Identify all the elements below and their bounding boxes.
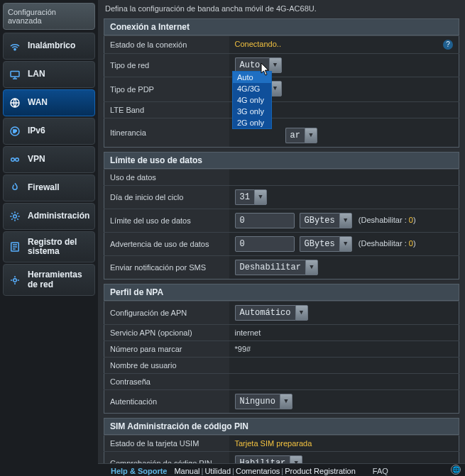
pdp-label: Tipo de PDP bbox=[104, 77, 229, 102]
gear-icon bbox=[8, 209, 22, 223]
sidebar-item-label: WAN bbox=[28, 98, 90, 107]
roaming-select-b[interactable]: ar ▼ bbox=[285, 128, 317, 143]
sidebar-item-label: Firewall bbox=[28, 183, 90, 192]
chevron-down-icon: ▼ bbox=[295, 305, 308, 321]
chevron-down-icon: ▼ bbox=[339, 213, 352, 228]
page-description: Defina la configuración de banda ancha m… bbox=[104, 0, 459, 18]
sms-select[interactable]: Deshabilitar ▼ bbox=[235, 260, 318, 275]
lan-icon bbox=[8, 67, 22, 82]
lte-label: LTE Band bbox=[104, 102, 229, 118]
pass-label: Contraseña bbox=[104, 374, 229, 390]
limit-hint: (Deshabilitar : 0) bbox=[359, 216, 416, 224]
svg-text:IP: IP bbox=[13, 129, 17, 133]
help-link[interactable]: Help & Soporte bbox=[111, 467, 167, 475]
connection-status: Conectando.. bbox=[235, 40, 281, 48]
sidebar-item-firewall[interactable]: Firewall bbox=[3, 175, 95, 201]
section-header-npa: Perfil de NPA bbox=[104, 284, 459, 301]
auth-label: Autenticación bbox=[104, 390, 229, 414]
status-label: Estado de la conexión bbox=[104, 36, 229, 54]
warn-hint: (Deshabilitar : 0) bbox=[359, 239, 416, 248]
sidebar-item-wireless[interactable]: Inalámbrico bbox=[3, 33, 95, 60]
footer-link[interactable]: Product Registration bbox=[285, 467, 356, 475]
sidebar-item-label: Registro del sistema bbox=[28, 238, 90, 256]
wireless-icon bbox=[8, 39, 22, 53]
sidebar-item-lan[interactable]: LAN bbox=[3, 61, 95, 88]
roaming-label: Itinerancia bbox=[104, 118, 229, 148]
nettype-option[interactable]: 2G only bbox=[233, 117, 271, 128]
chevron-down-icon: ▼ bbox=[305, 260, 318, 275]
footer-links: Manual|Utilidad|Comentarios|Product Regi… bbox=[174, 467, 355, 475]
svg-point-5 bbox=[11, 158, 15, 162]
sidebar-item-syslog[interactable]: Registro del sistema bbox=[3, 231, 95, 262]
sidebar-item-ipv6[interactable]: IP IPv6 bbox=[3, 118, 95, 145]
main-content: Defina la configuración de banda ancha m… bbox=[98, 0, 465, 476]
warn-label: Advertencia de uso de datos bbox=[104, 233, 229, 256]
sidebar-item-label: Inalámbrico bbox=[28, 41, 90, 50]
user-label: Nombre de usuario bbox=[104, 358, 229, 374]
warn-input[interactable] bbox=[235, 236, 295, 252]
section-header-internet: Conexión a Internet bbox=[104, 18, 459, 35]
apnsvc-label: Servicio APN (opcional) bbox=[104, 325, 229, 341]
faq-link[interactable]: FAQ bbox=[373, 467, 388, 475]
sidebar-item-label: VPN bbox=[28, 155, 90, 164]
tools-icon bbox=[8, 273, 22, 287]
info-icon[interactable]: ? bbox=[443, 40, 453, 50]
chevron-down-icon: ▼ bbox=[339, 236, 352, 252]
nettype-option[interactable]: Auto bbox=[233, 72, 271, 83]
footer-link[interactable]: Comentarios bbox=[236, 467, 280, 475]
svg-point-6 bbox=[16, 158, 19, 162]
sms-label: Enviar notificación por SMS bbox=[104, 256, 229, 279]
apncfg-select[interactable]: Automático ▼ bbox=[235, 305, 308, 321]
sidebar-item-label: Administración bbox=[28, 211, 90, 221]
auth-select[interactable]: Ninguno ▼ bbox=[235, 394, 292, 409]
firewall-icon bbox=[8, 181, 22, 195]
usim-status: Tarjeta SIM preparada bbox=[235, 439, 312, 448]
dial-value: *99# bbox=[235, 345, 251, 353]
language-icon[interactable]: 🌐 bbox=[451, 465, 461, 475]
nettype-option[interactable]: 3G only bbox=[233, 106, 271, 117]
internet-table: Estado de la conexión Conectando.. ? Tip… bbox=[104, 35, 459, 148]
sidebar-item-label: IPv6 bbox=[28, 126, 90, 135]
nettype-label: Tipo de red bbox=[104, 54, 229, 77]
dial-label: Número para marcar bbox=[104, 341, 229, 358]
sidebar-item-label: LAN bbox=[28, 70, 90, 79]
svg-point-0 bbox=[14, 48, 16, 50]
sidebar-item-admin[interactable]: Administración bbox=[3, 203, 95, 230]
datalimit-table: Uso de datos Día de inicio del ciclo 31 … bbox=[104, 169, 459, 279]
nettype-dropdown[interactable]: Auto4G/3G4G only3G only2G only bbox=[232, 71, 272, 129]
cycle-label: Día de inicio del ciclo bbox=[104, 186, 229, 209]
chevron-down-icon: ▼ bbox=[280, 394, 292, 409]
sidebar-item-label: Herramientas de red bbox=[28, 270, 90, 289]
nettype-option[interactable]: 4G only bbox=[233, 94, 271, 106]
footer-link[interactable]: Utilidad bbox=[204, 467, 231, 475]
cycle-day-select[interactable]: 31 ▼ bbox=[235, 189, 267, 205]
section-header-datalimit: Límite de uso de datos bbox=[104, 152, 459, 169]
globe-icon bbox=[8, 96, 22, 110]
npa-table: Configuración de APN Automático ▼ Servic… bbox=[104, 301, 459, 414]
svg-rect-1 bbox=[11, 72, 19, 77]
usim-label: Estado de la tarjeta USIM bbox=[104, 436, 229, 452]
warn-unit-select[interactable]: GBytes ▼ bbox=[300, 236, 352, 252]
svg-point-7 bbox=[13, 215, 17, 218]
footer-link[interactable]: Manual bbox=[174, 467, 199, 475]
chevron-down-icon: ▼ bbox=[305, 128, 317, 143]
footer: Help & Soporte Manual|Utilidad|Comentari… bbox=[98, 463, 465, 476]
limit-unit-select[interactable]: GBytes ▼ bbox=[300, 213, 352, 228]
apncfg-label: Configuración de APN bbox=[104, 301, 229, 325]
usage-label: Uso de datos bbox=[104, 170, 229, 186]
chevron-down-icon: ▼ bbox=[254, 189, 267, 205]
sidebar-item-wan[interactable]: WAN bbox=[3, 89, 95, 116]
ipv6-icon: IP bbox=[8, 124, 22, 138]
sidebar-item-vpn[interactable]: VPN bbox=[3, 146, 95, 173]
sidebar-item-nettools[interactable]: Herramientas de red bbox=[3, 264, 95, 295]
svg-point-9 bbox=[13, 278, 17, 282]
apnsvc-value: internet bbox=[235, 328, 261, 337]
limit-input[interactable] bbox=[235, 213, 295, 228]
nettype-option[interactable]: 4G/3G bbox=[233, 83, 271, 94]
log-icon bbox=[8, 240, 22, 254]
vpn-icon bbox=[8, 153, 22, 167]
sidebar: Configuración avanzada Inalámbrico LAN W… bbox=[0, 0, 98, 476]
sidebar-header: Configuración avanzada bbox=[3, 3, 95, 30]
section-header-sim: SIM Administración de código PIN bbox=[104, 418, 459, 435]
limit-label: Límite del uso de datos bbox=[104, 209, 229, 233]
